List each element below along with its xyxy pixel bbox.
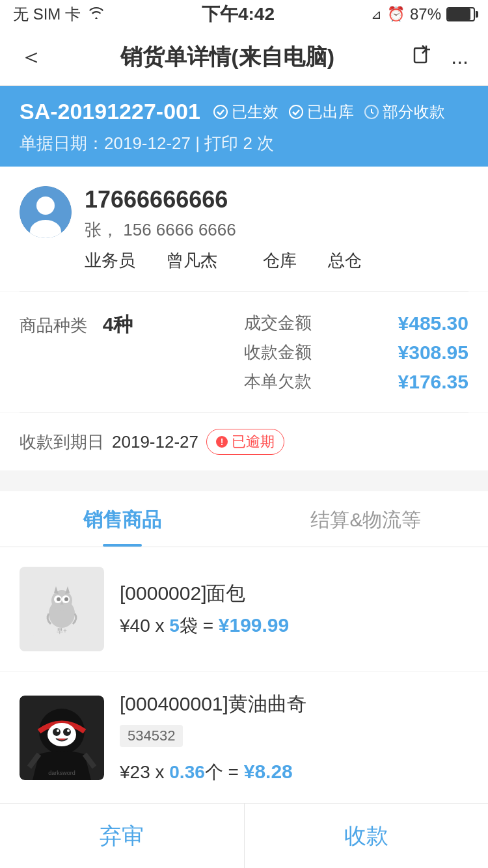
battery-text: 87% <box>410 5 441 23</box>
svg-point-15 <box>57 597 61 601</box>
cancel-button[interactable]: 弃审 <box>0 804 245 868</box>
debt-label: 本单欠款 <box>244 370 312 393</box>
confirm-button[interactable]: 收款 <box>245 804 489 868</box>
carrier-text: 无 SIM 卡 <box>13 4 81 25</box>
customer-section: 17666666666 张， 156 6666 6666 业务员 曾凡杰 仓库 … <box>0 167 488 292</box>
summary-section: 商品种类 4种 成交金额 ¥485.30 收款金额 ¥308.95 本单欠款 ¥… <box>0 292 488 413</box>
customer-meta: 业务员 曾凡杰 仓库 总仓 <box>85 249 468 272</box>
svg-point-6 <box>36 197 55 215</box>
more-button[interactable]: ... <box>451 45 468 69</box>
type-count: 4种 <box>103 314 133 335</box>
product-image-1: 早+ <box>20 567 104 651</box>
warehouse-name: 总仓 <box>328 249 362 272</box>
debt-amount: ¥176.35 <box>398 371 468 393</box>
svg-point-16 <box>64 597 68 601</box>
overdue-dot: ! <box>216 436 228 448</box>
customer-name-phone: 张， 156 6666 6666 <box>85 219 468 241</box>
product-total-1: ¥199.99 <box>219 614 289 636</box>
received-amount: ¥308.95 <box>398 342 468 364</box>
product-tag-2: 534532 <box>120 725 183 747</box>
product-qty-2: 0.36 <box>169 762 205 782</box>
svg-point-22 <box>53 728 61 736</box>
product-price-1: ¥40 x 5袋 = ¥199.99 <box>120 614 468 638</box>
nav-bar: ＜ 销货单详情(来自电脑) ... <box>0 29 488 86</box>
deal-row: 成交金额 ¥485.30 <box>244 312 468 334</box>
status-left: 无 SIM 卡 <box>13 4 105 25</box>
list-item: darksword [000400001]黄油曲奇 534532 ¥23 x 0… <box>0 671 488 805</box>
summary-right: 成交金额 ¥485.30 收款金额 ¥308.95 本单欠款 ¥176.35 <box>244 312 468 393</box>
warehouse-label: 仓库 <box>263 249 297 272</box>
product-list: 早+ [0000002]面包 ¥40 x 5袋 = ¥199.99 <box>0 547 488 805</box>
svg-text:darksword: darksword <box>48 770 75 776</box>
payment-due: 收款到期日 2019-12-27 ! 已逾期 <box>0 413 488 470</box>
product-name-2: [000400001]黄油曲奇 <box>120 691 468 718</box>
status-partial: 部分收款 <box>364 102 445 122</box>
tab-settlement[interactable]: 结算&物流等 <box>244 491 488 547</box>
svg-point-23 <box>63 728 71 736</box>
type-label: 商品种类 <box>20 316 87 335</box>
product-total-2: ¥8.28 <box>244 761 293 782</box>
overdue-text: 已逾期 <box>232 432 275 452</box>
svg-text:早+: 早+ <box>57 627 67 634</box>
product-name-1: [0000002]面包 <box>120 580 468 607</box>
wifi-icon <box>87 5 105 23</box>
nav-title: 销货单详情(来自电脑) <box>120 42 334 72</box>
bottom-bar: 弃审 收款 <box>0 803 488 868</box>
status-bar: 无 SIM 卡 下午4:42 ⊿ ⏰ 87% <box>0 0 488 29</box>
sales-name: 曾凡杰 <box>167 249 217 272</box>
customer-info: 17666666666 张， 156 6666 6666 业务员 曾凡杰 仓库 … <box>85 186 468 272</box>
avatar <box>20 186 72 238</box>
svg-point-2 <box>214 105 227 118</box>
deal-label: 成交金额 <box>244 312 312 334</box>
battery-icon <box>446 7 475 21</box>
summary-left: 商品种类 4种 <box>20 312 244 345</box>
list-item: 早+ [0000002]面包 ¥40 x 5袋 = ¥199.99 <box>0 547 488 671</box>
product-info-1: [0000002]面包 ¥40 x 5袋 = ¥199.99 <box>120 580 468 638</box>
header-date: 单据日期：2019-12-27 | 打印 2 次 <box>20 132 468 155</box>
header-banner: SA-20191227-001 已生效 已出库 部分收款 单据日期：2019-1… <box>0 86 488 167</box>
share-button[interactable] <box>412 43 435 72</box>
back-button[interactable]: ＜ <box>20 41 43 73</box>
tabs-container: 销售商品 结算&物流等 <box>0 491 488 547</box>
order-id: SA-20191227-001 <box>20 99 200 124</box>
debt-row: 本单欠款 ¥176.35 <box>244 370 468 393</box>
svg-point-21 <box>47 723 76 746</box>
sales-label: 业务员 <box>85 249 135 272</box>
svg-point-25 <box>67 729 70 732</box>
tab-sales-products[interactable]: 销售商品 <box>0 491 244 547</box>
svg-point-24 <box>57 729 59 732</box>
product-qty-1: 5 <box>169 616 180 636</box>
received-label: 收款金额 <box>244 341 312 364</box>
customer-phone: 17666666666 <box>85 186 468 213</box>
alarm-icon: ⏰ <box>387 6 405 23</box>
status-shipped: 已出库 <box>289 102 354 122</box>
product-info-2: [000400001]黄油曲奇 534532 ¥23 x 0.36个 = ¥8.… <box>120 691 468 785</box>
svg-point-3 <box>290 105 303 118</box>
product-price-2: ¥23 x 0.36个 = ¥8.28 <box>120 760 468 785</box>
received-row: 收款金额 ¥308.95 <box>244 341 468 364</box>
status-active: 已生效 <box>213 102 278 122</box>
nav-actions: ... <box>412 43 468 72</box>
status-badges: 已生效 已出库 部分收款 <box>213 102 445 122</box>
product-image-2: darksword <box>20 696 104 780</box>
section-divider <box>0 470 488 481</box>
location-icon: ⊿ <box>371 7 382 22</box>
deal-amount: ¥485.30 <box>398 312 468 334</box>
overdue-badge: ! 已逾期 <box>206 429 284 455</box>
status-time: 下午4:42 <box>202 2 275 27</box>
status-right: ⊿ ⏰ 87% <box>371 5 475 23</box>
payment-due-label: 收款到期日 <box>20 431 104 454</box>
payment-due-date: 2019-12-27 <box>112 432 198 452</box>
